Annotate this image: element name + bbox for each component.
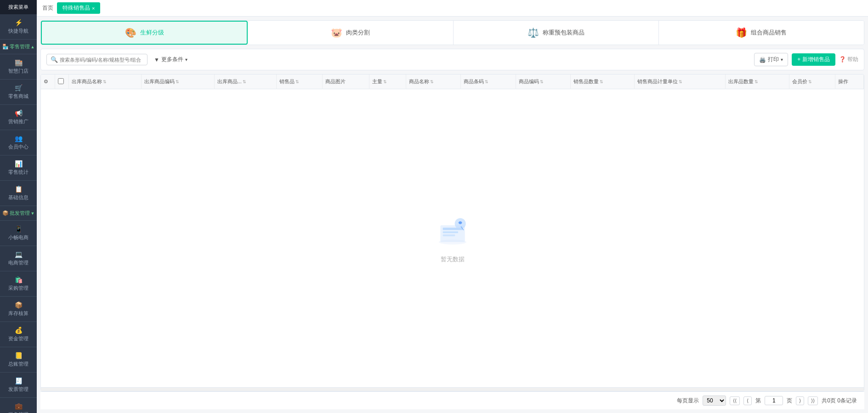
search-input[interactable] xyxy=(60,57,142,63)
search-box[interactable]: 🔍 xyxy=(46,54,148,65)
sidebar-logo-text: 搜索菜单 xyxy=(8,4,28,11)
cat-tab-label: 肉类分割 xyxy=(346,29,370,37)
print-label: 打印 xyxy=(768,56,779,63)
smart-store-icon: 🏬 xyxy=(15,59,23,66)
sidebar-item-basic-info[interactable]: 📋 基础信息 xyxy=(0,181,37,206)
retail-mall-icon: 🛒 xyxy=(15,84,23,92)
th-sales-qty[interactable]: 销售品数量⇅ xyxy=(571,75,635,89)
print-icon: 🖨️ xyxy=(759,57,766,63)
weight-packed-icon: ⚖️ xyxy=(528,27,539,38)
sidebar-item-general-ledger[interactable]: 📒 总账管理 xyxy=(0,347,37,373)
sidebar-item-label: 基础信息 xyxy=(8,194,28,201)
sidebar-item-wholesale-mgmt[interactable]: 📦 批发管理 ▼ xyxy=(0,206,37,221)
wholesale-icon: 📦 xyxy=(2,210,9,216)
select-all-checkbox[interactable] xyxy=(58,78,64,84)
th-product-name[interactable]: 商品名称⇅ xyxy=(406,75,460,89)
cat-tab-label: 生鲜分级 xyxy=(140,29,164,37)
tax-icon: 💼 xyxy=(15,402,23,410)
invoice-icon: 🧾 xyxy=(15,377,23,384)
sidebar-item-label: 快捷导航 xyxy=(8,28,28,34)
data-table: ⚙ 出库商品名称⇅ 出库商品编码⇅ 出库商品...⇅ xyxy=(41,75,864,89)
th-out-qty[interactable]: 出库品数量⇅ xyxy=(725,75,789,89)
micro-shop-icon: 📱 xyxy=(15,225,23,233)
sidebar-item-invoice[interactable]: 🧾 发票管理 xyxy=(0,373,37,398)
category-tabs: 🎨 生鲜分级 🐷 肉类分割 ⚖️ 称重预包装商品 🎁 组合商品销售 xyxy=(40,20,864,45)
th-actions: 操作 xyxy=(835,75,863,89)
sidebar-item-micro-shop[interactable]: 📱 小畅电商 xyxy=(0,221,37,246)
page-input[interactable] xyxy=(765,396,783,405)
sidebar-item-retail-mgmt[interactable]: 🏪 零售管理 ▲ xyxy=(0,40,37,54)
add-label: + 新增销售品 xyxy=(797,56,829,63)
sidebar-item-inventory[interactable]: 📦 库存核算 xyxy=(0,297,37,322)
sidebar-item-retail-mall[interactable]: 🛒 零售商城 xyxy=(0,80,37,105)
tab-combo-sales[interactable]: 🎁 组合商品销售 xyxy=(659,21,864,45)
retail-mgmt-icon: 🏪 xyxy=(2,44,9,50)
table-header: ⚙ 出库商品名称⇅ 出库商品编码⇅ 出库商品...⇅ xyxy=(41,75,864,89)
th-out-product-name[interactable]: 出库商品名称⇅ xyxy=(68,75,142,89)
purchase-icon: 🛍️ xyxy=(15,276,23,283)
topbar-home-link[interactable]: 首页 xyxy=(42,4,53,12)
members-icon: 👥 xyxy=(15,135,23,142)
filter-label: 更多条件 xyxy=(161,56,183,63)
th-out-product-x[interactable]: 出库商品...⇅ xyxy=(214,75,277,89)
sidebar-item-purchase-mgmt[interactable]: 🛍️ 采购管理 xyxy=(0,271,37,297)
sidebar-item-sales-promo[interactable]: 📢 营销推广 xyxy=(0,105,37,130)
tab-close-button[interactable]: × xyxy=(92,6,95,11)
horizontal-scrollbar[interactable] xyxy=(41,387,864,391)
add-product-button[interactable]: + 新增销售品 xyxy=(792,53,835,66)
quick-nav-icon: ⚡ xyxy=(15,19,23,26)
last-page-button[interactable]: ⟩⟩ xyxy=(808,396,818,405)
th-out-product-code[interactable]: 出库商品编码⇅ xyxy=(142,75,215,89)
print-arrow-icon: ▾ xyxy=(781,57,783,62)
th-product-barcode[interactable]: 商品条码⇅ xyxy=(461,75,516,89)
sidebar-item-label: 发票管理 xyxy=(8,386,28,393)
th-settings[interactable]: ⚙ xyxy=(41,75,55,89)
help-label: 帮助 xyxy=(847,56,858,63)
th-product-image: 商品图片 xyxy=(323,75,369,89)
finance-icon: 💰 xyxy=(15,327,23,334)
cat-tab-label: 称重预包装商品 xyxy=(543,29,584,37)
sidebar-item-label: 总账管理 xyxy=(8,361,28,367)
th-sales-product[interactable]: 销售品⇅ xyxy=(277,75,323,89)
sidebar-logo[interactable]: 搜索菜单 xyxy=(0,0,37,14)
page-label: 第 xyxy=(755,397,761,405)
sidebar-item-tax[interactable]: 💼 税务管理 xyxy=(0,398,37,413)
th-sales-unit[interactable]: 销售商品计量单位⇅ xyxy=(635,75,726,89)
topbar: 首页 特殊销售品 × xyxy=(37,0,868,17)
active-tab-label: 特殊销售品 xyxy=(62,4,90,12)
next-page-button[interactable]: ⟩ xyxy=(796,396,804,405)
per-page-select[interactable]: 50 10 20 100 xyxy=(703,396,726,406)
filter-arrow-icon: ▾ xyxy=(185,57,187,62)
tab-meat-cut[interactable]: 🐷 肉类分割 xyxy=(248,21,453,45)
pagination: 每页显示 50 10 20 100 ⟨⟨ ⟨ 第 页 ⟩ ⟩⟩ 共0页 0条记录 xyxy=(40,391,864,409)
sidebar-item-members[interactable]: 👥 会员中心 xyxy=(0,130,37,155)
first-page-button[interactable]: ⟨⟨ xyxy=(730,396,740,405)
sidebar-item-label: 零售商城 xyxy=(8,93,28,100)
sidebar-item-label: 电商管理 xyxy=(8,259,28,266)
sidebar-item-retail-stats[interactable]: 📊 零售统计 xyxy=(0,155,37,181)
sidebar-item-smart-store[interactable]: 🏬 智慧门店 xyxy=(0,54,37,80)
prev-page-button[interactable]: ⟨ xyxy=(743,396,752,405)
th-product-code[interactable]: 商品编码⇅ xyxy=(516,75,570,89)
sidebar-item-quick-nav[interactable]: ⚡ 快捷导航 xyxy=(0,14,37,40)
sidebar-item-ecom-mgmt[interactable]: 💻 电商管理 xyxy=(0,246,37,271)
tab-fresh-grade[interactable]: 🎨 生鲜分级 xyxy=(41,21,248,45)
filter-button[interactable]: ▼ 更多条件 ▾ xyxy=(151,54,190,65)
sidebar-item-label: 税务管理 xyxy=(8,411,28,413)
sidebar-item-finance[interactable]: 💰 资金管理 xyxy=(0,322,37,347)
fresh-grade-icon: 🎨 xyxy=(125,27,136,38)
total-info: 共0页 0条记录 xyxy=(822,397,857,405)
cat-tab-label: 组合商品销售 xyxy=(751,29,787,37)
svg-rect-4 xyxy=(443,235,455,236)
basic-info-icon: 📋 xyxy=(15,185,23,193)
toolbar: 🔍 ▼ 更多条件 ▾ 🖨️ 打印 ▾ + 新增销售品 xyxy=(40,49,864,70)
print-button[interactable]: 🖨️ 打印 ▾ xyxy=(754,53,788,66)
th-main-weight[interactable]: 主量⇅ xyxy=(369,75,406,89)
active-tab[interactable]: 特殊销售品 × xyxy=(57,2,100,14)
sidebar-item-label: 资金管理 xyxy=(8,335,28,342)
th-member-price[interactable]: 会员价⇅ xyxy=(789,75,835,89)
sidebar-item-label: 批发管理 xyxy=(10,210,30,217)
tab-weight-packed[interactable]: ⚖️ 称重预包装商品 xyxy=(454,21,659,45)
combo-sales-icon: 🎁 xyxy=(736,27,747,38)
help-button[interactable]: ❓ 帮助 xyxy=(839,56,858,63)
